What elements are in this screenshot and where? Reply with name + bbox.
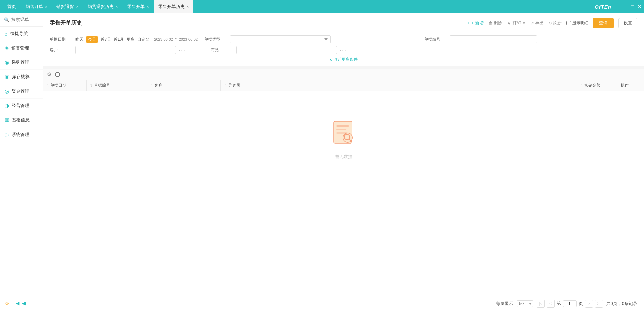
delete-label: 删除 [494,20,502,26]
bill-type-label: 单据类型 [204,37,225,42]
custom-btn[interactable]: 自定义 [137,37,149,42]
sidebar-item-system-label: 系统管理 [12,132,29,138]
finance-icon: ◎ [5,88,9,94]
today-btn[interactable]: 今天 [86,36,98,43]
sidebar-item-purchase[interactable]: ◉ 采购管理 [0,55,43,70]
sidebar-item-sales[interactable]: ◈ 销售管理 [0,41,43,55]
goods-more-icon[interactable]: ··· [340,47,347,54]
sidebar-item-basic-info-label: 基础信息 [12,117,30,123]
collapse-icon[interactable]: ◄◄ [15,300,27,307]
last-page-btn[interactable]: >| [595,300,603,308]
collapse-more-btn[interactable]: ∧ 收起更多条件 [50,57,637,62]
last7-btn[interactable]: 近7天 [101,37,111,42]
th-actions-label: 操作 [621,83,629,88]
add-label: + 新增 [471,20,484,26]
th-amount: ⇅ 实销金额 [577,80,617,91]
svg-rect-2 [336,129,346,130]
tab-sales-order[interactable]: 销售订单 × [21,0,52,13]
refresh-icon: ↻ [548,21,552,26]
customer-more-icon[interactable]: ··· [179,47,186,54]
sidebar-item-system[interactable]: ◌ 系统管理 [0,127,43,142]
last-month-btn[interactable]: 近1月 [114,37,124,42]
sidebar-item-sales-label: 销售管理 [11,45,29,51]
display-detail-label: 显示明细 [572,20,588,26]
filter-row-2: 客户 ··· 商品 ··· [50,46,637,54]
sidebar: 🔍 搜索采单 ⌂ 快捷导航 ◈ 销售管理 ◉ 采购管理 ▣ 库存核算 ◎ 资金管… [0,13,43,311]
sidebar-item-finance[interactable]: ◎ 资金管理 [0,84,43,99]
tab-sales-order-label: 销售订单 [26,4,43,10]
sort-icon-guide: ⇅ [224,84,227,87]
chevron-up-icon: ∧ [329,57,332,62]
tab-home-label: 首页 [7,4,16,10]
svg-rect-1 [336,125,349,127]
refresh-button[interactable]: ↻ 刷新 [548,20,562,26]
table-area: ⚙ ⇅ 单据日期 ⇅ 单据编号 ⇅ 客户 ⇅ 导购员 [43,69,644,296]
sidebar-item-purchase-label: 采购管理 [12,59,29,65]
date-filter-label: 单据日期 [50,37,70,42]
delete-button[interactable]: 🗑 删除 [488,20,502,26]
display-detail-input[interactable] [566,21,571,25]
sidebar-item-quick-nav-label: 快捷导航 [10,31,28,37]
yesterday-btn[interactable]: 昨天 [75,37,83,42]
th-amount-label: 实销金额 [584,83,600,88]
page-nav: |< < 第 页 > >| [537,300,603,308]
tab-sales-return[interactable]: 销货退货 × [52,0,83,13]
home-icon: ⌂ [5,31,8,37]
tab-retail-open-history-close[interactable]: × [187,5,189,9]
collapse-label: 收起更多条件 [334,57,358,62]
add-button[interactable]: + + 新增 [467,20,484,26]
pagination-bar: 每页显示 50 10 20 100 |< < 第 页 > >| 共0页，0条记录 [43,296,644,311]
sidebar-item-finance-label: 资金管理 [12,88,29,94]
goods-input[interactable] [236,46,337,54]
sidebar-search-label: 搜索采单 [11,17,29,23]
restore-button[interactable]: □ [631,4,634,9]
filter-row-1: 单据日期 昨天 今天 近7天 近1月 更多 自定义 2023-06-02 至 2… [50,35,637,43]
th-customer-label: 客户 [154,83,162,88]
purchase-icon: ◉ [5,59,9,65]
tab-home[interactable]: 首页 [3,0,21,13]
window-controls: — □ × [622,3,641,10]
next-page-btn[interactable]: > [585,300,593,308]
tab-retail-open-close[interactable]: × [147,5,149,9]
close-button[interactable]: × [638,3,641,10]
sidebar-item-inventory[interactable]: ▣ 库存核算 [0,70,43,84]
tab-sales-return-history-close[interactable]: × [116,5,118,9]
query-button[interactable]: 查询 [593,18,614,28]
tab-sales-return-close[interactable]: × [76,5,78,9]
display-detail-checkbox[interactable]: 显示明细 [566,20,588,26]
refresh-label: 刷新 [553,20,562,26]
tab-retail-open[interactable]: 零售开单 × [122,0,153,13]
sidebar-item-operations[interactable]: ◑ 经营管理 [0,99,43,113]
table-gear-icon[interactable]: ⚙ [47,71,51,77]
select-all-checkbox[interactable] [55,72,60,77]
prev-page-btn[interactable]: < [547,300,555,308]
operations-icon: ◑ [5,103,9,109]
sidebar-item-quick-nav[interactable]: ⌂ 快捷导航 [0,27,43,41]
empty-icon [327,118,360,148]
th-guide-label: 导购员 [228,83,240,88]
table-header: ⇅ 单据日期 ⇅ 单据编号 ⇅ 客户 ⇅ 导购员 ⇅ 实销 [43,80,644,91]
page-size-select[interactable]: 50 10 20 100 [517,300,533,307]
customer-input[interactable] [75,46,176,54]
setting-button[interactable]: 设置 [618,18,637,28]
bill-number-input[interactable] [450,35,537,43]
sidebar-item-inventory-label: 库存核算 [12,74,30,80]
empty-state: 暂无数据 [43,91,644,187]
bill-type-select[interactable] [230,35,331,43]
minimize-button[interactable]: — [622,4,627,10]
tab-sales-return-history[interactable]: 销货退货历史 × [83,0,122,13]
export-button[interactable]: ↗ 导出 [530,20,544,26]
first-page-btn[interactable]: |< [537,300,545,308]
goods-filter-label: 商品 [211,47,231,53]
tab-retail-open-history[interactable]: 零售开单历史 × [154,0,193,13]
sidebar-bottom: ⚙ ◄◄ [0,296,43,311]
page-number-input[interactable] [563,300,577,307]
tab-sales-return-label: 销货退货 [56,4,74,10]
sidebar-item-basic-info[interactable]: ▦ 基础信息 [0,113,43,127]
tab-sales-order-close[interactable]: × [45,5,47,9]
more-btn[interactable]: 更多 [127,37,135,42]
page-title: 零售开单历史 [50,20,82,27]
sidebar-search[interactable]: 🔍 搜索采单 [0,13,43,27]
print-button[interactable]: 🖨 打印 ▼ [507,20,526,26]
settings-gear-icon[interactable]: ⚙ [5,300,9,307]
